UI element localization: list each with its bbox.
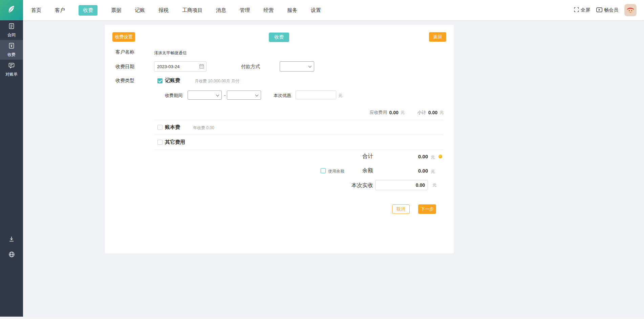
horizontal-scrollbar[interactable] xyxy=(0,317,644,319)
bookkeeping-fee-title: 记账费 xyxy=(165,77,180,84)
back-button[interactable]: 返回 xyxy=(429,32,446,42)
nav-item-settings[interactable]: 设置 xyxy=(311,7,321,14)
actual-received-label: 本次实收 xyxy=(351,182,373,189)
charge-form-card: 收费设置 收费 返回 客户名称 漾濞太平畅捷通信 收费日期 付款方式 收费类型 xyxy=(105,25,454,253)
sidebar-item-label: 合同 xyxy=(7,32,16,38)
balance-label: 余额 xyxy=(362,167,373,174)
period-end-select[interactable] xyxy=(227,91,261,99)
sidebar-item-label: 对账单 xyxy=(5,72,18,77)
charge-tab-button[interactable]: 收费 xyxy=(269,33,289,42)
ledger-fee-title: 账本费 xyxy=(165,124,180,131)
globe-button[interactable] xyxy=(0,251,23,259)
total-label: 合计 xyxy=(362,153,373,160)
period-range-separator: - xyxy=(224,93,226,98)
ledger-fee-desc: 年收费 0.00 xyxy=(193,125,214,131)
actual-received-unit: 元 xyxy=(432,182,436,188)
use-balance-label: 使用余额 xyxy=(328,168,344,174)
period-start-select[interactable] xyxy=(188,91,221,99)
main-nav: 首页 客户 收费 票据 记账 报税 工商项目 消息 管理 经营 服务 设置 xyxy=(23,5,574,16)
main-content: 收费设置 收费 返回 客户名称 漾濞太平畅捷通信 收费日期 付款方式 收费类型 xyxy=(23,20,644,319)
download-icon xyxy=(8,236,15,244)
balance-value: 0.00 xyxy=(418,168,428,174)
period-start-select-wrap xyxy=(188,91,222,100)
other-fee-checkbox[interactable] xyxy=(157,140,163,145)
nav-item-invoices[interactable]: 票据 xyxy=(111,7,121,14)
globe-icon xyxy=(8,251,15,259)
bookkeeping-fee-checkbox[interactable] xyxy=(157,78,163,83)
leaf-logo-icon xyxy=(6,4,17,17)
charge-date-field xyxy=(154,61,207,72)
discount-label: 本次优惠 xyxy=(274,93,291,99)
bookkeeping-totals-row: 应收费用 0.00 元 小计 0.00 元 xyxy=(370,109,444,116)
sidebar: 合同 收费 对账单 xyxy=(0,20,23,319)
fullscreen-button[interactable]: 全屏 xyxy=(574,7,590,13)
charge-type-label: 收费类型 xyxy=(115,78,134,84)
fullscreen-icon xyxy=(574,7,579,13)
customer-name-label: 客户名称 xyxy=(115,49,134,55)
payment-method-select[interactable] xyxy=(280,62,314,71)
nav-item-home[interactable]: 首页 xyxy=(31,7,41,14)
discount-unit: 元 xyxy=(338,93,342,99)
nav-item-management[interactable]: 管理 xyxy=(240,7,250,14)
divider xyxy=(154,149,444,150)
ledger-fee-checkbox[interactable] xyxy=(157,125,163,130)
sidebar-item-contract[interactable]: 合同 xyxy=(0,20,23,40)
payment-method-label: 付款方式 xyxy=(241,64,260,70)
receivable-label: 应收费用 xyxy=(370,109,387,116)
divider xyxy=(154,135,444,135)
charge-receipt-icon xyxy=(8,42,15,51)
member-button[interactable]: 畅会员 xyxy=(596,7,618,13)
fullscreen-label: 全屏 xyxy=(581,7,590,13)
next-button[interactable]: 下一步 xyxy=(418,204,436,214)
member-label: 畅会员 xyxy=(604,7,618,13)
nav-item-charge[interactable]: 收费 xyxy=(79,5,98,16)
nav-item-business-projects[interactable]: 工商项目 xyxy=(182,7,202,14)
balance-unit: 元 xyxy=(431,169,435,175)
app-logo[interactable] xyxy=(0,0,23,20)
coin-icon[interactable] xyxy=(438,155,442,158)
total-value: 0.00 xyxy=(418,154,428,159)
actual-received-input[interactable] xyxy=(375,180,428,190)
payment-method-select-wrap xyxy=(280,61,314,72)
nav-item-services[interactable]: 服务 xyxy=(287,7,297,14)
header-right: 全屏 畅会员 xyxy=(574,4,644,16)
statement-icon xyxy=(8,62,15,70)
use-balance-checkbox[interactable] xyxy=(321,168,326,173)
nav-item-tax[interactable]: 报税 xyxy=(158,7,169,14)
subtotal-unit: 元 xyxy=(439,110,444,116)
total-unit: 元 xyxy=(431,155,435,160)
charge-date-input[interactable] xyxy=(154,61,207,72)
top-nav: 首页 客户 收费 票据 记账 报税 工商项目 消息 管理 经营 服务 设置 全屏 xyxy=(0,0,644,20)
discount-input[interactable] xyxy=(296,91,336,99)
nav-item-customers[interactable]: 客户 xyxy=(55,7,65,14)
video-member-icon xyxy=(596,7,602,13)
customer-name-value: 漾濞太平畅捷通信 xyxy=(154,50,187,56)
calendar-icon[interactable] xyxy=(199,64,204,70)
charge-date-label: 收费日期 xyxy=(115,64,134,70)
receivable-value: 0.00 xyxy=(389,110,399,115)
charge-settings-button[interactable]: 收费设置 xyxy=(112,32,135,42)
download-button[interactable] xyxy=(0,236,23,244)
charge-period-label: 收费期间 xyxy=(165,93,183,99)
period-end-select-wrap xyxy=(227,91,261,100)
nav-item-messages[interactable]: 消息 xyxy=(216,7,226,14)
bookkeeping-fee-desc: 月收费 10,000.00月 月付 xyxy=(195,78,239,84)
nav-item-operations[interactable]: 经营 xyxy=(263,7,274,14)
other-fee-title: 其它费用 xyxy=(165,139,185,145)
sidebar-item-charge[interactable]: 收费 xyxy=(0,40,23,60)
cancel-button[interactable]: 取消 xyxy=(392,204,410,214)
contract-icon xyxy=(8,23,15,31)
sidebar-item-statement[interactable]: 对账单 xyxy=(0,60,23,79)
sidebar-item-label: 收费 xyxy=(7,52,16,58)
subtotal-value: 0.00 xyxy=(428,110,437,115)
divider xyxy=(154,120,444,120)
avatar[interactable] xyxy=(624,4,637,16)
nav-item-bookkeeping[interactable]: 记账 xyxy=(135,7,145,14)
subtotal-label: 小计 xyxy=(417,109,426,116)
receivable-unit: 元 xyxy=(401,110,405,116)
